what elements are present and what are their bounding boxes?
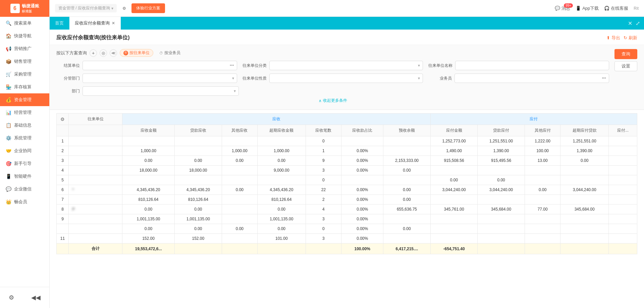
cell-dk-yf[interactable] [478, 234, 525, 244]
sidebar-item-basic[interactable]: 📋 基础信息 [0, 119, 49, 132]
cell-yf-je[interactable]: 1,252,773.00 [430, 136, 478, 146]
cell-cq-yf[interactable]: 3,044,240.00 [560, 185, 609, 195]
cell-cq-yf[interactable] [560, 214, 609, 224]
topbar-gear-btn[interactable]: ⚙ [119, 4, 129, 13]
cell-dk-yf[interactable] [478, 166, 525, 175]
sidebar-item-wechat[interactable]: 💬 企业微信 [0, 183, 49, 195]
cell-yr-je[interactable]: 18,000.00 [122, 166, 175, 175]
cell-qt-yr[interactable]: 0.00 [222, 224, 258, 234]
cell-dk-yf[interactable]: 1,390.00 [478, 146, 525, 156]
tab-close-icon[interactable]: ✕ [112, 21, 115, 26]
cell-qt-yr[interactable] [222, 195, 258, 205]
cell-qt-yr[interactable] [222, 175, 258, 185]
cell-ys-ye[interactable]: 2,153,333.00 [383, 156, 431, 166]
cell-cq-yf[interactable]: 0.00 [560, 156, 609, 166]
cell-ys-ye[interactable]: 0.00 [383, 185, 431, 195]
cell-yf-je[interactable] [430, 224, 478, 234]
input-lwdwfl[interactable]: ▾ [269, 61, 423, 70]
cell-yf-je[interactable] [430, 166, 478, 175]
cell-yr-je[interactable] [122, 136, 175, 146]
cell-yr-je[interactable]: 0.00 [122, 224, 175, 234]
cell-dk-yr[interactable]: 152.00 [175, 234, 222, 244]
cell-yf-je[interactable] [430, 195, 478, 205]
cell-yf-je[interactable]: 345,761.00 [430, 205, 478, 214]
app-download-btn[interactable]: 📱 App下载 [576, 5, 599, 11]
cell-dk-yf[interactable] [478, 195, 525, 205]
cell-dk-yr[interactable]: 0.00 [175, 224, 222, 234]
cell-cq-yf[interactable] [560, 175, 609, 185]
sidebar-item-purchase[interactable]: 🛒 采购管理 [0, 68, 49, 81]
sidebar-item-inventory[interactable]: 🏪 库存核算 [0, 81, 49, 93]
cell-cq-yf[interactable] [560, 195, 609, 205]
cell-dk-yr[interactable] [175, 146, 222, 156]
cell-ys-ye[interactable] [383, 146, 431, 156]
cell-yf-je[interactable] [430, 234, 478, 244]
cell-dk-yr[interactable]: 810,126.64 [175, 195, 222, 205]
cell-yr-je[interactable]: 0.00 [122, 156, 175, 166]
tab-maximize-icon[interactable]: ⤢ [636, 20, 640, 27]
cell-yr-je[interactable]: 1,001,135.00 [122, 214, 175, 224]
cell-yr-je[interactable]: 4,345,436.20 [122, 185, 175, 195]
table-settings-icon[interactable]: ⚙ [60, 117, 65, 122]
input-jsdw[interactable]: ••• [83, 61, 237, 70]
cell-dk-yf[interactable] [478, 224, 525, 234]
cell-qt-yr[interactable]: 1,000.00 [222, 146, 258, 156]
user-name[interactable]: Rit [634, 6, 639, 11]
cell-dk-yf[interactable]: 1,251,551.00 [478, 136, 525, 146]
cell-yr-je[interactable]: 810,126.64 [122, 195, 175, 205]
cell-yr-je[interactable]: 1,000.00 [122, 146, 175, 156]
cell-ys-ye[interactable] [383, 214, 431, 224]
export-btn[interactable]: ⬆ 导出 [606, 35, 620, 41]
cell-ys-ye[interactable] [383, 136, 431, 146]
sidebar-collapse-btn[interactable]: ◀◀ [26, 291, 46, 304]
cell-dk-yr[interactable]: 0.00 [175, 156, 222, 166]
input-bm[interactable]: ▾ [83, 86, 239, 96]
sidebar-item-search[interactable]: 🔍 搜索菜单 [0, 17, 49, 30]
trial-btn[interactable]: 体验行业方案 [131, 3, 165, 13]
cell-qt-yf[interactable]: 1,222.00 [525, 136, 560, 146]
cell-cq-yf[interactable]: 1,251,551.00 [560, 136, 609, 146]
cell-dk-yf[interactable]: 915,495.56 [478, 156, 525, 166]
cell-qt-yr[interactable] [222, 136, 258, 146]
cell-ys-ye[interactable] [383, 175, 431, 185]
cell-qt-yf[interactable] [525, 234, 560, 244]
tab-query[interactable]: 应收应付余额查询 ✕ [69, 17, 121, 30]
settings-btn[interactable]: 设置 [614, 61, 637, 71]
cell-yf-je[interactable]: 3,044,240.00 [430, 185, 478, 195]
sidebar-item-finance[interactable]: 💰 资金管理 [0, 93, 49, 106]
sidebar-item-sales[interactable]: 📦 销售管理 [0, 55, 49, 68]
query-btn[interactable]: 查询 [614, 49, 637, 59]
cell-dk-yr[interactable] [175, 136, 222, 146]
cell-dk-yr[interactable]: 18,000.00 [175, 166, 222, 175]
cell-dk-yr[interactable] [175, 175, 222, 185]
sidebar-item-guide[interactable]: 🎯 新手引导 [0, 157, 49, 170]
cell-ys-ye[interactable]: 655,636.75 [383, 205, 431, 214]
sidebar-item-operation[interactable]: 📊 经营管理 [0, 106, 49, 119]
cell-ys-ye[interactable]: 0.00 [383, 224, 431, 234]
filter-add-btn[interactable]: + [90, 49, 97, 57]
input-fgbm[interactable]: ▾ [83, 74, 237, 83]
cell-qt-yr[interactable]: 0.00 [222, 156, 258, 166]
cell-qt-yr[interactable] [222, 205, 258, 214]
cell-qt-yf[interactable]: 77.00 [525, 205, 560, 214]
cell-dk-yf[interactable]: 0.00 [478, 175, 525, 185]
cell-qt-yr[interactable]: 0.00 [222, 185, 258, 195]
message-btn[interactable]: 💬 消息 99+ [555, 5, 570, 11]
cell-ys-ye[interactable]: 0.00 [383, 195, 431, 205]
input-lwdwxz[interactable]: ▾ [269, 74, 423, 83]
cell-yr-je[interactable] [122, 175, 175, 185]
cell-dk-yr[interactable]: 1,001,135.00 [175, 214, 222, 224]
sidebar-item-marketing[interactable]: 📢 营销推广 [0, 42, 49, 55]
cell-qt-yr[interactable] [222, 214, 258, 224]
cell-qt-yr[interactable] [222, 234, 258, 244]
tab-home[interactable]: 首页 [50, 17, 69, 30]
cell-yf-je[interactable]: 0.00 [430, 175, 478, 185]
cell-dk-yf[interactable]: 345,684.00 [478, 205, 525, 214]
online-service-btn[interactable]: 🎧 在线客服 [604, 5, 628, 11]
filter-scheme-active[interactable]: ® 按往来单位 [120, 49, 153, 57]
cell-cq-yf[interactable] [560, 224, 609, 234]
sidebar-item-quicknav[interactable]: 🏠 快捷导航 [0, 30, 49, 42]
cell-yr-je[interactable]: 152.00 [122, 234, 175, 244]
cell-cq-yf[interactable]: 1,390.00 [560, 146, 609, 156]
cell-dk-yf[interactable]: 3,044,240.00 [478, 185, 525, 195]
